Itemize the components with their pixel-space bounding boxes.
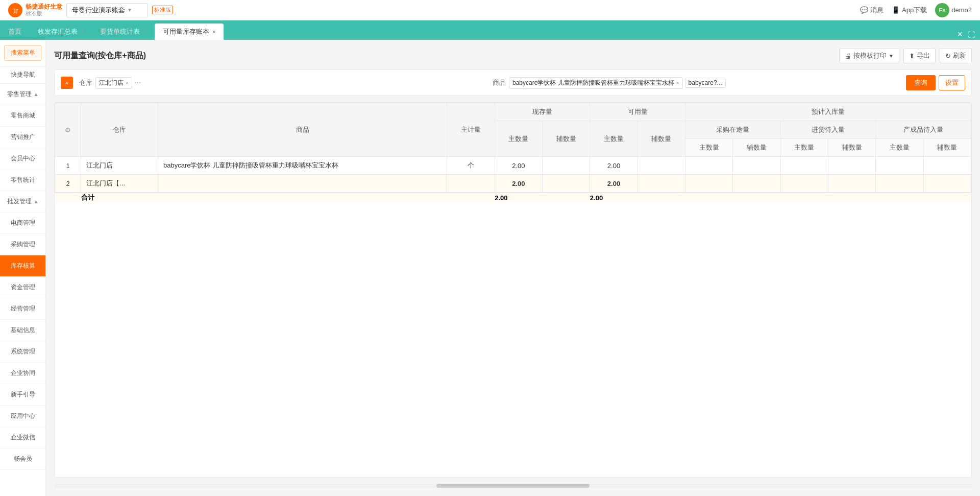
sidebar-item-newbie-label: 新手引导 [11, 390, 35, 399]
table-body: 1 江北门店 babycare学饮杯 儿童防摔防撞吸管杯重力球吸嘴杯宝宝水杯 个… [55, 157, 971, 193]
row-2-goods [158, 175, 447, 193]
sidebar-item-finance[interactable]: 资金管理 [0, 277, 45, 298]
sidebar-item-sys-mgmt[interactable]: 系统管理 [0, 341, 45, 363]
scroll-track [54, 484, 972, 488]
sidebar-item-member2-label: 畅会员 [14, 455, 32, 463]
sidebar-item-retail-mgmt-label: 零售管理 [7, 90, 32, 99]
table-row: 2 江北门店【... 2.00 2.00 [55, 175, 971, 193]
tab-income-close[interactable]: × [81, 29, 84, 35]
row-2-warehouse: 江北门店【... [81, 175, 158, 193]
filter-area: » 仓库 江北门店 × ··· 商品 babycare学饮杯 儿童防摔防撞吸管杯… [54, 69, 972, 96]
sidebar-item-enterprise[interactable]: 企业协同 [0, 363, 45, 384]
close-all-tabs-icon[interactable]: × [957, 29, 963, 40]
export-button[interactable]: ⬆ 导出 [903, 48, 936, 63]
settings-col-header: ⚙ [55, 103, 81, 157]
sidebar-item-retail-mall[interactable]: 零售商城 [0, 105, 45, 127]
incoming-main-header: 主数量 [780, 139, 828, 157]
refresh-button[interactable]: ↻ 刷新 [940, 48, 972, 63]
print-button[interactable]: 🖨 按模板打印 ▼ [839, 48, 899, 63]
sidebar-item-app-center-label: 应用中心 [11, 412, 35, 420]
page-title: 可用量查询(按仓库+商品) [54, 51, 146, 61]
tab-available-close[interactable]: × [212, 29, 215, 35]
sidebar-item-app-center[interactable]: 应用中心 [0, 406, 45, 427]
quick-nav-button[interactable]: 快捷导航 [0, 66, 45, 84]
warehouse-more-icon[interactable]: ··· [134, 78, 141, 87]
footer-production-aux [923, 193, 971, 202]
sidebar-item-basic-info-label: 基础信息 [11, 326, 35, 335]
warehouse-tag-close[interactable]: × [126, 80, 129, 86]
goods-tag1-close[interactable]: × [676, 80, 679, 86]
wholesale-arrow-icon: ▲ [34, 199, 39, 204]
export-icon: ⬆ [909, 52, 915, 60]
sidebar-item-member-label: 会员中心 [11, 154, 35, 163]
sidebar-item-operations[interactable]: 经营管理 [0, 298, 45, 320]
scroll-thumb[interactable] [436, 484, 590, 488]
tab-order[interactable]: 要货单统计表 × [92, 23, 154, 40]
app-title: 畅捷通好生意 [26, 3, 62, 10]
tab-income-label: 收发存汇总表 [38, 27, 78, 36]
sidebar-item-member2[interactable]: 畅会员 [0, 448, 45, 470]
sidebar-item-inventory[interactable]: 库存核算 [0, 255, 45, 277]
row-2-purchase-main [685, 175, 732, 193]
footer-incoming-main [780, 193, 828, 202]
row-1-goods: babycare学饮杯 儿童防摔防撞吸管杯重力球吸嘴杯宝宝水杯 [158, 157, 447, 175]
footer-available-main: 2.00 [590, 193, 638, 202]
filter-toggle-button[interactable]: » [61, 77, 73, 89]
purchase-main-header: 主数量 [685, 139, 732, 157]
footer-purchase-aux [733, 193, 780, 202]
sidebar-item-ecommerce[interactable]: 电商管理 [0, 212, 45, 234]
footer-current-aux [542, 193, 590, 202]
sidebar-item-purchase[interactable]: 采购管理 [0, 234, 45, 255]
sidebar-item-basic-info[interactable]: 基础信息 [0, 320, 45, 341]
table-row: 1 江北门店 babycare学饮杯 儿童防摔防撞吸管杯重力球吸嘴杯宝宝水杯 个… [55, 157, 971, 175]
tab-income[interactable]: 收发存汇总表 × [30, 23, 92, 40]
message-button[interactable]: 💬 消息 [860, 6, 884, 15]
warehouse-filter-group: 仓库 江北门店 × ··· [79, 77, 486, 89]
row-2-unit [447, 175, 495, 193]
row-1-incoming-main [780, 157, 828, 175]
user-profile[interactable]: Ea demo2 [935, 3, 972, 17]
incoming-aux-header: 辅数量 [828, 139, 875, 157]
warehouse-tag: 江北门店 × [95, 77, 132, 89]
top-bar: 好 畅捷通好生意 标准版 母婴行业演示账套 ▼ 标准版 💬 消息 📱 App下载… [0, 0, 980, 20]
row-1-unit: 个 [447, 157, 495, 175]
print-icon: 🖨 [845, 52, 851, 60]
row-1-current-aux [542, 157, 590, 175]
sidebar: 搜索菜单 快捷导航 零售管理 ▲ 零售商城 营销推广 会员中心 零售统计 批发管… [0, 40, 46, 496]
inventory-table: ⚙ 仓库 商品 主计量 现存量 可用量 预计入库量 主数量 辅数量 主数量 辅数… [55, 103, 971, 202]
table-wrapper: ⚙ 仓库 商品 主计量 现存量 可用量 预计入库量 主数量 辅数量 主数量 辅数… [54, 102, 972, 478]
page-header: 可用量查询(按仓库+商品) 🖨 按模板打印 ▼ ⬆ 导出 ↻ 刷新 [54, 48, 972, 63]
row-2-current-aux [542, 175, 590, 193]
sidebar-item-wholesale-label: 批发管理 [7, 197, 32, 206]
store-name: 母婴行业演示账套 [72, 6, 125, 15]
search-menu-button[interactable]: 搜索菜单 [4, 45, 41, 61]
sidebar-item-member[interactable]: 会员中心 [0, 148, 45, 170]
tab-order-close[interactable]: × [143, 29, 146, 35]
goods-tag-2: babycare?... [685, 78, 726, 88]
sidebar-item-enterprise-wechat[interactable]: 企业微信 [0, 427, 45, 448]
sidebar-item-retail-mgmt[interactable]: 零售管理 ▲ [0, 84, 45, 105]
sidebar-item-wholesale[interactable]: 批发管理 ▲ [0, 191, 45, 212]
setting-button[interactable]: 设置 [939, 75, 965, 90]
purchase-aux-header: 辅数量 [733, 139, 780, 157]
tab-available[interactable]: 可用量库存账本 × [155, 23, 224, 40]
tab-home[interactable]: 首页 [0, 23, 30, 40]
table-header-row-1: ⚙ 仓库 商品 主计量 现存量 可用量 预计入库量 [55, 103, 971, 121]
expand-icon[interactable]: ⛶ [968, 31, 975, 39]
footer-purchase-main [685, 193, 732, 202]
table-settings-icon[interactable]: ⚙ [65, 126, 71, 134]
store-selector[interactable]: 母婴行业演示账套 ▼ [66, 3, 148, 17]
sidebar-item-retail-stats[interactable]: 零售统计 [0, 170, 45, 191]
row-2-incoming-aux [828, 175, 875, 193]
row-1-current-main: 2.00 [495, 157, 542, 175]
tab-home-label: 首页 [8, 27, 21, 36]
sidebar-item-marketing[interactable]: 营销推广 [0, 127, 45, 148]
incoming-subgroup: 进货待入量 [780, 121, 876, 139]
warehouse-col-header: 仓库 [81, 103, 158, 157]
query-button[interactable]: 查询 [906, 75, 936, 90]
app-download-button[interactable]: 📱 App下载 [892, 6, 927, 15]
footer-current-main: 2.00 [495, 193, 542, 202]
message-icon: 💬 [860, 6, 868, 14]
row-2-purchase-aux [733, 175, 780, 193]
sidebar-item-newbie[interactable]: 新手引导 [0, 384, 45, 406]
